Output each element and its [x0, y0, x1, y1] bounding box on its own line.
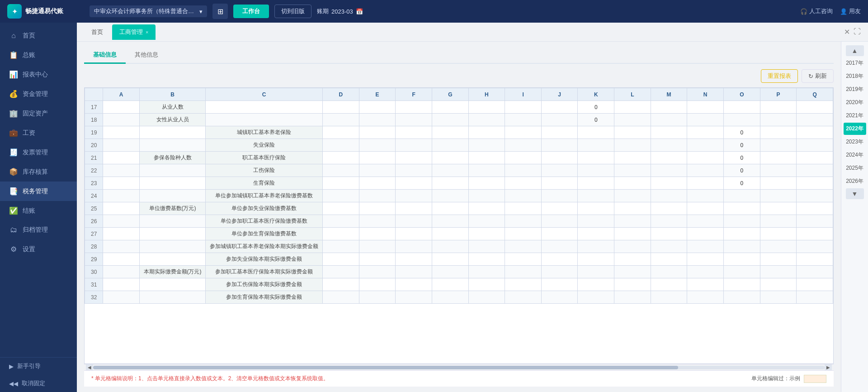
cell-18-b[interactable]: 女性从业人员 — [139, 114, 205, 126]
cell-23-i[interactable] — [505, 177, 542, 190]
cell-28-d[interactable] — [323, 240, 359, 253]
cell-30-i[interactable] — [505, 266, 542, 278]
cell-24-p[interactable] — [760, 190, 797, 202]
cell-25-f[interactable] — [396, 202, 432, 215]
cell-28-e[interactable] — [359, 240, 396, 253]
cell-31-q[interactable] — [797, 278, 833, 291]
cell-21-a[interactable] — [103, 152, 140, 164]
cell-21-q[interactable] — [797, 152, 833, 164]
cell-17-a[interactable] — [103, 101, 140, 114]
cell-23-k[interactable] — [578, 177, 614, 190]
cell-30-b[interactable]: 本期实际缴费金额(万元) — [139, 266, 205, 278]
cell-27-p[interactable] — [760, 228, 797, 240]
cell-23-g[interactable] — [432, 177, 468, 190]
cell-29-b[interactable] — [139, 253, 205, 266]
cell-26-g[interactable] — [432, 215, 468, 228]
cell-23-m[interactable] — [651, 177, 687, 190]
cell-32-g[interactable] — [432, 291, 468, 304]
year-item-2021[interactable]: 2021年 — [844, 110, 866, 122]
cell-20-p[interactable] — [760, 139, 797, 152]
cell-29-i[interactable] — [505, 253, 542, 266]
horizontal-scrollbar[interactable]: ◀ ▶ — [84, 364, 834, 370]
cell-17-b[interactable]: 从业人数 — [139, 101, 205, 114]
cell-23-n[interactable] — [687, 177, 724, 190]
cell-28-p[interactable] — [760, 240, 797, 253]
tab-industrial-commerce[interactable]: 工商管理 × — [112, 24, 156, 40]
year-item-2023[interactable]: 2023年 — [844, 136, 866, 148]
cell-29-l[interactable] — [614, 253, 651, 266]
cell-24-h[interactable] — [468, 190, 505, 202]
cell-22-h[interactable] — [468, 164, 505, 177]
sidebar-item-capital-mgmt[interactable]: 💰 资金管理 — [0, 84, 77, 104]
cell-26-c[interactable]: 单位参加职工基本医疗保险缴费基数 — [206, 215, 323, 228]
cell-22-q[interactable] — [797, 164, 833, 177]
cell-28-k[interactable] — [578, 240, 614, 253]
year-item-2026[interactable]: 2026年 — [844, 175, 866, 187]
reset-report-button[interactable]: 重置报表 — [761, 69, 798, 83]
cell-18-h[interactable] — [468, 114, 505, 126]
cell-24-g[interactable] — [432, 190, 468, 202]
cell-25-a[interactable] — [103, 202, 140, 215]
cell-17-k[interactable]: 0 — [578, 101, 614, 114]
cell-32-h[interactable] — [468, 291, 505, 304]
cell-21-o[interactable]: 0 — [723, 152, 760, 164]
h-scroll-track[interactable] — [93, 366, 825, 369]
cell-18-g[interactable] — [432, 114, 468, 126]
cell-20-i[interactable] — [505, 139, 542, 152]
cell-22-o[interactable]: 0 — [723, 164, 760, 177]
cell-19-j[interactable] — [541, 126, 578, 139]
cell-23-l[interactable] — [614, 177, 651, 190]
cell-31-m[interactable] — [651, 278, 687, 291]
cell-29-d[interactable] — [323, 253, 359, 266]
sidebar-item-tax-mgmt[interactable]: 📑 税务管理 — [0, 182, 77, 201]
cell-25-b[interactable]: 单位缴费基数(万元) — [139, 202, 205, 215]
cell-22-p[interactable] — [760, 164, 797, 177]
cell-22-m[interactable] — [651, 164, 687, 177]
cell-24-k[interactable] — [578, 190, 614, 202]
cell-27-n[interactable] — [687, 228, 724, 240]
company-icon-button[interactable]: ⊞ — [212, 4, 228, 19]
cell-23-b[interactable] — [139, 177, 205, 190]
cell-20-a[interactable] — [103, 139, 140, 152]
cell-31-b[interactable] — [139, 278, 205, 291]
cell-18-j[interactable] — [541, 114, 578, 126]
tab-close-icon[interactable]: × — [146, 29, 148, 35]
cell-29-k[interactable] — [578, 253, 614, 266]
switch-version-button[interactable]: 切到旧版 — [274, 5, 311, 18]
scroll-left-arrow[interactable]: ◀ — [86, 364, 93, 371]
cell-30-e[interactable] — [359, 266, 396, 278]
sidebar-item-inventory[interactable]: 📦 库存核算 — [0, 162, 77, 182]
cell-27-l[interactable] — [614, 228, 651, 240]
year-item-2025[interactable]: 2025年 — [844, 162, 866, 174]
cell-20-e[interactable] — [359, 139, 396, 152]
cell-20-c[interactable]: 失业保险 — [206, 139, 323, 152]
cell-18-p[interactable] — [760, 114, 797, 126]
cell-27-b[interactable] — [139, 228, 205, 240]
sidebar-item-new-guide[interactable]: ▶ 新手引导 — [0, 358, 77, 375]
cell-23-c[interactable]: 生育保险 — [206, 177, 323, 190]
cell-29-a[interactable] — [103, 253, 140, 266]
cell-20-b[interactable] — [139, 139, 205, 152]
cell-19-n[interactable] — [687, 126, 724, 139]
cell-31-c[interactable]: 参加工伤保险本期实际缴费金额 — [206, 278, 323, 291]
cell-26-k[interactable] — [578, 215, 614, 228]
cell-20-k[interactable] — [578, 139, 614, 152]
cell-18-c[interactable] — [206, 114, 323, 126]
cell-30-o[interactable] — [723, 266, 760, 278]
cell-19-d[interactable] — [323, 126, 359, 139]
year-item-2022[interactable]: 2022年 — [844, 123, 866, 135]
cell-29-j[interactable] — [541, 253, 578, 266]
cell-20-f[interactable] — [396, 139, 432, 152]
cell-30-k[interactable] — [578, 266, 614, 278]
cell-19-h[interactable] — [468, 126, 505, 139]
company-selector[interactable]: 中审众环会计师事务所（特殊普通合伙... ▾ — [90, 5, 207, 17]
scroll-right-arrow[interactable]: ▶ — [825, 364, 832, 371]
cell-32-b[interactable] — [139, 291, 205, 304]
cell-24-j[interactable] — [541, 190, 578, 202]
cell-19-p[interactable] — [760, 126, 797, 139]
cell-27-c[interactable]: 单位参加生育保险缴费基数 — [206, 228, 323, 240]
cell-17-o[interactable] — [723, 101, 760, 114]
cell-21-k[interactable] — [578, 152, 614, 164]
cell-25-c[interactable]: 单位参加失业保险缴费基数 — [206, 202, 323, 215]
cell-18-k[interactable]: 0 — [578, 114, 614, 126]
